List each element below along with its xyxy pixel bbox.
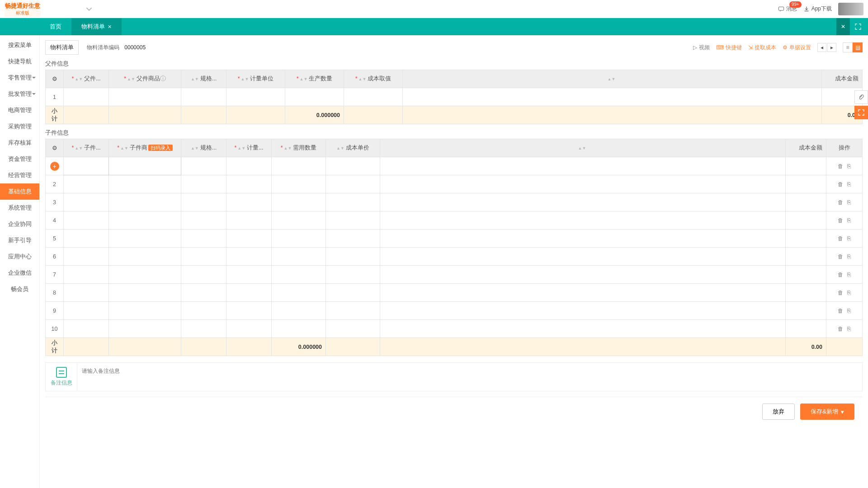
row-index: 5 bbox=[46, 230, 64, 248]
attach-button[interactable] bbox=[854, 90, 868, 104]
tool-extract-cost[interactable]: ⇲提取成本 bbox=[748, 44, 776, 52]
sidebar-item-5[interactable]: 采购管理 bbox=[0, 118, 39, 135]
side-action-button[interactable] bbox=[854, 106, 868, 119]
copy-icon[interactable]: ⎘ bbox=[847, 235, 851, 242]
tool-video[interactable]: ▷视频 bbox=[693, 44, 710, 52]
sidebar-item-9[interactable]: 基础信息 bbox=[0, 183, 39, 200]
row-actions: 🗑⎘ bbox=[826, 211, 863, 230]
note-icon bbox=[56, 367, 67, 378]
delete-icon[interactable]: 🗑 bbox=[838, 163, 844, 169]
child-row[interactable]: 6🗑⎘ bbox=[46, 248, 863, 266]
nav-arrows: ◂ ▸ bbox=[817, 43, 836, 52]
sidebar-item-7[interactable]: 资金管理 bbox=[0, 151, 39, 167]
tab-bom[interactable]: 物料清单 ✕ bbox=[71, 18, 122, 35]
remark-input[interactable] bbox=[77, 363, 862, 391]
child-row[interactable]: +🗑⎘ bbox=[46, 157, 863, 175]
col-parent-spec[interactable]: ▲▼规格... bbox=[181, 70, 226, 88]
col-child-costprice[interactable]: ▲▼成本单价 bbox=[326, 139, 380, 157]
row-index: 7 bbox=[46, 266, 64, 284]
fullscreen-toggle[interactable] bbox=[852, 18, 864, 35]
company-selector[interactable] bbox=[45, 6, 92, 12]
row-index: 4 bbox=[46, 211, 64, 230]
row-actions: 🗑⎘ bbox=[826, 175, 863, 193]
nav-prev[interactable]: ◂ bbox=[817, 43, 826, 52]
col-child-needqty[interactable]: ▲▼需用数量 bbox=[272, 139, 326, 157]
delete-icon[interactable]: 🗑 bbox=[838, 235, 844, 242]
scan-tag[interactable]: 扫码录入 bbox=[148, 145, 173, 151]
child-product-input[interactable] bbox=[109, 157, 181, 175]
sidebar-item-0[interactable]: 搜索菜单 bbox=[0, 37, 39, 53]
view-list[interactable]: ≡ bbox=[843, 42, 853, 52]
parent-row[interactable]: 1 bbox=[46, 88, 863, 106]
messages-button[interactable]: 消息 99+ bbox=[778, 5, 797, 13]
col-parent-costfetch[interactable]: ▲▼成本取值 bbox=[344, 70, 403, 88]
sidebar-item-13[interactable]: 应用中心 bbox=[0, 249, 39, 265]
child-row[interactable]: 9🗑⎘ bbox=[46, 302, 863, 320]
copy-icon[interactable]: ⎘ bbox=[847, 326, 851, 332]
copy-icon[interactable]: ⎘ bbox=[847, 163, 851, 169]
copy-icon[interactable]: ⎘ bbox=[847, 308, 851, 314]
gear-header[interactable]: ⚙ bbox=[46, 70, 64, 88]
col-child-code[interactable]: ▲▼子件... bbox=[64, 139, 109, 157]
col-child-product[interactable]: ▲▼子件商扫码录入 bbox=[109, 139, 181, 157]
app-download-button[interactable]: App下载 bbox=[803, 5, 832, 13]
child-code-input[interactable] bbox=[64, 157, 109, 175]
child-row[interactable]: 2🗑⎘ bbox=[46, 175, 863, 193]
discard-button[interactable]: 放弃 bbox=[762, 404, 795, 420]
child-row[interactable]: 4🗑⎘ bbox=[46, 211, 863, 230]
sidebar-item-2[interactable]: 零售管理 bbox=[0, 70, 39, 86]
sidebar-item-6[interactable]: 库存核算 bbox=[0, 135, 39, 151]
sidebar-item-11[interactable]: 企业协同 bbox=[0, 216, 39, 232]
col-parent-qty[interactable]: ▲▼生产数量 bbox=[285, 70, 344, 88]
col-parent-uom[interactable]: ▲▼计量单位 bbox=[226, 70, 285, 88]
child-row[interactable]: 7🗑⎘ bbox=[46, 266, 863, 284]
delete-icon[interactable]: 🗑 bbox=[838, 290, 844, 296]
child-row[interactable]: 5🗑⎘ bbox=[46, 230, 863, 248]
delete-icon[interactable]: 🗑 bbox=[838, 272, 844, 278]
avatar[interactable] bbox=[838, 3, 863, 15]
tool-shortcut[interactable]: ⌨快捷键 bbox=[716, 44, 742, 52]
copy-icon[interactable]: ⎘ bbox=[847, 290, 851, 296]
delete-icon[interactable]: 🗑 bbox=[838, 308, 844, 314]
sidebar-item-15[interactable]: 畅会员 bbox=[0, 281, 39, 297]
col-child-spec[interactable]: ▲▼规格... bbox=[181, 139, 226, 157]
delete-icon[interactable]: 🗑 bbox=[838, 181, 844, 188]
tab-home[interactable]: 首页 bbox=[40, 18, 71, 35]
col-child-amount[interactable]: 成本金额 bbox=[786, 139, 826, 157]
sidebar-item-12[interactable]: 新手引导 bbox=[0, 232, 39, 249]
col-parent-code[interactable]: ▲▼父件... bbox=[64, 70, 109, 88]
delete-icon[interactable]: 🗑 bbox=[838, 199, 844, 206]
col-child-uom[interactable]: ▲▼计量... bbox=[226, 139, 272, 157]
col-child-op: 操作 bbox=[826, 139, 863, 157]
tab-close-icon[interactable]: ✕ bbox=[108, 24, 112, 30]
child-row[interactable]: 3🗑⎘ bbox=[46, 193, 863, 211]
copy-icon[interactable]: ⎘ bbox=[847, 272, 851, 278]
view-form[interactable]: ▤ bbox=[853, 42, 863, 52]
close-all-tabs[interactable]: ✕ bbox=[836, 18, 850, 35]
gear-header[interactable]: ⚙ bbox=[46, 139, 64, 157]
child-row[interactable]: 8🗑⎘ bbox=[46, 284, 863, 302]
copy-icon[interactable]: ⎘ bbox=[847, 181, 851, 188]
sidebar-item-4[interactable]: 电商管理 bbox=[0, 102, 39, 118]
brand-line1: 畅捷通好生意 bbox=[5, 2, 40, 10]
tool-doc-setting[interactable]: ⚙单据设置 bbox=[783, 44, 811, 52]
copy-icon[interactable]: ⎘ bbox=[847, 217, 851, 224]
sidebar-item-10[interactable]: 系统管理 bbox=[0, 200, 39, 216]
col-parent-amount[interactable]: 成本金额 bbox=[822, 70, 863, 88]
sidebar-item-3[interactable]: 批发管理 bbox=[0, 86, 39, 102]
child-row[interactable]: 10🗑⎘ bbox=[46, 320, 863, 338]
nav-next[interactable]: ▸ bbox=[827, 43, 836, 52]
copy-icon[interactable]: ⎘ bbox=[847, 199, 851, 206]
delete-icon[interactable]: 🗑 bbox=[838, 217, 844, 224]
sidebar-item-1[interactable]: 快捷导航 bbox=[0, 53, 39, 70]
sidebar-item-8[interactable]: 经营管理 bbox=[0, 167, 39, 183]
copy-icon[interactable]: ⎘ bbox=[847, 253, 851, 260]
doc-tab[interactable]: 物料清单 bbox=[45, 40, 79, 55]
delete-icon[interactable]: 🗑 bbox=[838, 326, 844, 332]
add-row-button[interactable]: + bbox=[46, 157, 64, 175]
col-parent-product[interactable]: ▲▼父件商品ⓘ bbox=[109, 70, 181, 88]
parent-subtotal-qty: 0.000000 bbox=[285, 106, 344, 124]
save-add-button[interactable]: 保存&新增 ▾ bbox=[800, 404, 854, 420]
delete-icon[interactable]: 🗑 bbox=[838, 253, 844, 260]
sidebar-item-14[interactable]: 企业微信 bbox=[0, 265, 39, 281]
